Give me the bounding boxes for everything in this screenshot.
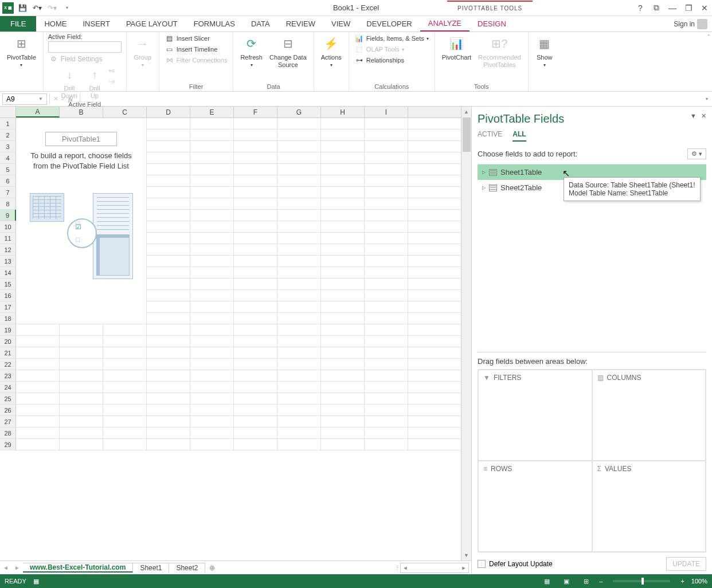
cell[interactable] (321, 393, 365, 404)
cell[interactable] (147, 256, 190, 266)
close-button[interactable]: ✕ (699, 3, 710, 13)
row-header[interactable]: 22 (0, 359, 16, 370)
row-header[interactable]: 18 (0, 313, 16, 324)
cell[interactable] (321, 233, 365, 244)
cell[interactable] (190, 301, 234, 312)
cell[interactable] (365, 141, 408, 152)
cell[interactable] (321, 152, 365, 163)
cell[interactable] (103, 439, 147, 450)
cell[interactable] (147, 416, 190, 427)
cell[interactable] (321, 130, 365, 140)
cell[interactable] (60, 382, 103, 393)
scroll-down-button[interactable]: ▼ (461, 550, 471, 560)
cell[interactable] (365, 313, 408, 324)
cell[interactable] (190, 290, 234, 301)
zoom-in-button[interactable]: + (680, 578, 684, 585)
cell[interactable] (234, 359, 277, 370)
cell[interactable] (365, 405, 408, 415)
cell[interactable] (365, 301, 408, 312)
cell[interactable] (190, 439, 234, 450)
row-header[interactable]: 9 (0, 210, 16, 221)
cell[interactable] (365, 416, 408, 427)
cell[interactable] (365, 359, 408, 370)
cell[interactable] (190, 233, 234, 244)
cell[interactable] (234, 267, 277, 278)
cell[interactable] (190, 141, 234, 152)
sheet-tab-sheet2[interactable]: Sheet2 (169, 563, 205, 573)
refresh-button[interactable]: ⟳Refresh▾ (238, 33, 265, 69)
cell[interactable] (277, 439, 321, 450)
cell[interactable] (277, 279, 321, 289)
cell[interactable] (321, 416, 365, 427)
cell[interactable] (190, 130, 234, 140)
cell[interactable] (60, 359, 103, 370)
cell[interactable] (277, 405, 321, 415)
row-header[interactable]: 3 (0, 141, 16, 152)
cell[interactable] (234, 324, 277, 335)
cell[interactable] (147, 221, 190, 232)
name-box[interactable]: A9▼ (2, 93, 47, 105)
cell[interactable] (234, 187, 277, 198)
recommended-pivottables-button[interactable]: ⊞?Recommended PivotTables (476, 33, 523, 70)
cell[interactable] (277, 393, 321, 404)
minimize-button[interactable]: — (667, 3, 678, 13)
row-header[interactable]: 29 (0, 439, 16, 450)
tab-split-handle[interactable]: ⋮ (394, 565, 400, 571)
update-button[interactable]: UPDATE (666, 557, 706, 571)
row-header[interactable]: 2 (0, 130, 16, 140)
cell[interactable] (277, 187, 321, 198)
tab-data[interactable]: DATA (243, 16, 278, 32)
cell[interactable] (365, 382, 408, 393)
cell[interactable] (365, 393, 408, 404)
cell[interactable] (190, 336, 234, 347)
cell[interactable] (190, 359, 234, 370)
tab-analyze[interactable]: ANALYZE (420, 16, 470, 32)
column-header[interactable]: B (60, 107, 103, 117)
cell[interactable] (190, 393, 234, 404)
cell[interactable] (321, 279, 365, 289)
row-header[interactable]: 25 (0, 393, 16, 404)
cell[interactable] (147, 187, 190, 198)
cell[interactable] (147, 382, 190, 393)
cell[interactable] (147, 141, 190, 152)
row-header[interactable]: 7 (0, 187, 16, 198)
expand-icon[interactable]: ▷ (482, 170, 486, 175)
cell[interactable] (16, 382, 60, 393)
group-button[interactable]: →Group▾ (131, 33, 154, 69)
tab-page-layout[interactable]: PAGE LAYOUT (118, 16, 186, 32)
actions-button[interactable]: ⚡Actions▾ (319, 33, 344, 69)
cell[interactable] (190, 118, 234, 129)
cell[interactable] (234, 405, 277, 415)
sheet-nav-next[interactable]: ► (11, 563, 23, 573)
row-header[interactable]: 19 (0, 324, 16, 335)
cell[interactable] (147, 290, 190, 301)
row-header[interactable]: 11 (0, 233, 16, 244)
defer-layout-checkbox[interactable]: Defer Layout Update (478, 560, 553, 569)
cell[interactable] (103, 428, 147, 438)
insert-slicer-button[interactable]: ▤Insert Slicer (164, 33, 229, 44)
tab-formulas[interactable]: FORMULAS (186, 16, 243, 32)
grid-area[interactable]: 1234567891011121314151617181920212223242… (0, 118, 461, 450)
cell[interactable] (147, 370, 190, 381)
cell[interactable] (277, 210, 321, 221)
cell[interactable] (277, 336, 321, 347)
cell[interactable] (147, 175, 190, 186)
cell[interactable] (190, 267, 234, 278)
pane-close-button[interactable]: ✕ (701, 112, 706, 120)
cell[interactable] (365, 175, 408, 186)
cell[interactable] (365, 187, 408, 198)
cell[interactable] (190, 428, 234, 438)
sheet-tab-sheet1[interactable]: Sheet1 (133, 563, 169, 573)
row-header[interactable]: 12 (0, 244, 16, 255)
cell[interactable] (277, 198, 321, 209)
select-all-corner[interactable] (0, 107, 16, 117)
pivotchart-button[interactable]: 📊PivotChart (440, 33, 474, 62)
cell[interactable] (190, 244, 234, 255)
cell[interactable] (321, 141, 365, 152)
cell[interactable] (190, 347, 234, 358)
cell[interactable] (365, 267, 408, 278)
collapse-ribbon-button[interactable]: ˆ (708, 34, 710, 41)
cell[interactable] (234, 175, 277, 186)
filter-connections-button[interactable]: ⋈Filter Connections (164, 55, 229, 65)
cell[interactable] (365, 336, 408, 347)
